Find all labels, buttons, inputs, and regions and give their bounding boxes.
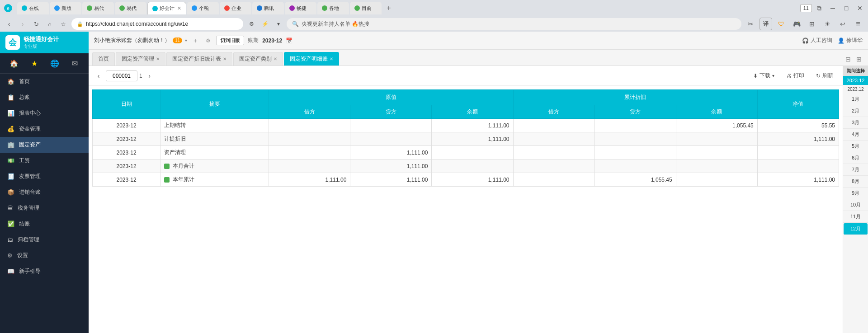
col-dep-credit: 贷方: [594, 105, 676, 119]
help-button[interactable]: 🎧 人工咨询: [802, 37, 832, 44]
tab-minimize-button[interactable]: ⊟: [843, 54, 854, 65]
tab-depreciation[interactable]: 固定资产折旧统计表 ✕: [166, 52, 232, 66]
browser-tab-t11[interactable]: 目前: [350, 2, 382, 14]
print-button[interactable]: 🖨 打印: [782, 70, 808, 82]
search-box[interactable]: 🔍 央视更新主持人名单 🔥热搜: [287, 18, 741, 30]
period-month-9[interactable]: 9月: [843, 188, 868, 199]
period-month-5[interactable]: 5月: [843, 141, 868, 152]
refresh-button[interactable]: ↻ 刷新: [812, 70, 837, 82]
cell-net-value: [757, 159, 839, 173]
sidebar-item-settings[interactable]: ⚙ 设置: [0, 248, 89, 263]
switch-version-button[interactable]: 切到旧版: [216, 36, 244, 45]
username-label: 徐译华: [846, 37, 863, 44]
undo-icon[interactable]: ↩: [836, 18, 849, 30]
browser-tab-t6[interactable]: 个税: [187, 2, 219, 14]
calendar-icon[interactable]: 📅: [286, 38, 292, 44]
sidebar-item-payroll[interactable]: 💵 工资: [0, 153, 89, 169]
period-month-1[interactable]: 1月: [843, 94, 868, 105]
sidebar-item-invoice[interactable]: 🧾 发票管理: [0, 169, 89, 184]
sidebar-item-tax[interactable]: 🏛 税务管理: [0, 200, 89, 216]
settings-button[interactable]: ⚙: [203, 36, 212, 45]
download-button[interactable]: ⬇ 下载 ▾: [749, 70, 778, 82]
sidebar-item-ledger[interactable]: 📋 总账: [0, 89, 89, 105]
period-month-8[interactable]: 8月: [843, 176, 868, 188]
user-button[interactable]: 👤 徐译华: [838, 37, 863, 44]
sun-icon[interactable]: ☀: [821, 18, 834, 30]
sidebar-item-reports[interactable]: 📊 报表中心: [0, 105, 89, 121]
period-selected-year[interactable]: 2023.12: [843, 76, 868, 85]
tab-category[interactable]: 固定资产类别 ✕: [233, 52, 283, 66]
tab-close-icon[interactable]: ✕: [223, 56, 226, 61]
more-button[interactable]: ≡: [852, 18, 864, 30]
browser-tab-t5[interactable]: 好会计 ✕: [147, 2, 186, 14]
period-month-11[interactable]: 11月: [843, 211, 868, 223]
tab-label: 腾讯: [264, 5, 274, 12]
browser-tab-t8[interactable]: 腾讯: [252, 2, 284, 14]
gamepad-icon[interactable]: 🎮: [790, 18, 803, 30]
bookmark-button[interactable]: ☆: [58, 19, 69, 29]
tab-close-icon[interactable]: ✕: [156, 56, 160, 61]
sidebar-item-guide[interactable]: 📖 新手引导: [0, 263, 89, 279]
browser-tab-t2[interactable]: 新版: [50, 2, 81, 14]
period-month-6[interactable]: 6月: [843, 152, 868, 164]
back-button[interactable]: ‹: [4, 19, 14, 29]
period-month-7[interactable]: 7月: [843, 164, 868, 176]
add-account-button[interactable]: +: [191, 36, 200, 45]
maximize-button[interactable]: □: [840, 2, 853, 14]
tab-expand-button[interactable]: ⊞: [854, 54, 864, 65]
sidebar-quick-action-3[interactable]: 🌐: [48, 57, 61, 70]
new-tab-button[interactable]: +: [382, 2, 395, 14]
sidebar-quick-action-1[interactable]: 🏠: [8, 57, 20, 70]
period-month-2[interactable]: 2月: [843, 105, 868, 117]
shield-icon[interactable]: 🛡: [775, 18, 788, 30]
address-field[interactable]: 🔒 https://cloud.chanjet.com/accounting/u…: [71, 18, 243, 30]
sidebar-item-inventory[interactable]: 📦 进销台账: [0, 184, 89, 200]
sidebar-item-archive[interactable]: 🗂 归档管理: [0, 232, 89, 248]
forward-button[interactable]: ›: [17, 19, 28, 29]
home-button[interactable]: ⌂: [44, 19, 55, 29]
tab-close-icon[interactable]: ✕: [177, 5, 181, 11]
cut-icon[interactable]: ✂: [744, 18, 757, 30]
period-month-10[interactable]: 10月: [843, 199, 868, 211]
col-orig-debit: 借方: [269, 105, 350, 119]
sidebar-quick-action-2[interactable]: ★: [28, 57, 41, 70]
tab-close-icon[interactable]: ✕: [274, 56, 277, 61]
sidebar-item-fixed-assets[interactable]: 🏢 固定资产: [0, 137, 89, 153]
tab-fixed-assets[interactable]: 固定资产管理 ✕: [116, 52, 165, 66]
browser-tab-t9[interactable]: 畅捷: [285, 2, 316, 14]
cell-orig-debit: 1,111.00: [269, 173, 350, 187]
sidebar-item-closing[interactable]: ✅ 结账: [0, 216, 89, 232]
period-month-4[interactable]: 4月: [843, 129, 868, 141]
restore-window-button[interactable]: ⧉: [813, 2, 826, 14]
account-name: 刘小艳演示账套（勿删勿动！）: [94, 37, 170, 44]
grid-icon[interactable]: ⊞: [806, 18, 818, 30]
page-number-input[interactable]: [106, 70, 137, 81]
period-month-3[interactable]: 3月: [843, 117, 868, 129]
account-selector[interactable]: 刘小艳演示账套（勿删勿动！） 11 ▾: [94, 37, 187, 44]
period-current-display: 2023.12: [843, 85, 868, 94]
tab-ledger[interactable]: 固定资产明细账 ✕: [284, 52, 339, 66]
tab-home[interactable]: 首页: [92, 52, 115, 66]
extension-icon[interactable]: ⚙: [246, 19, 257, 29]
minimize-button[interactable]: ─: [826, 2, 839, 14]
browser-tab-t10[interactable]: 各地: [317, 2, 349, 14]
user-icon: 👤: [838, 38, 844, 44]
next-page-button[interactable]: ›: [145, 71, 154, 80]
browser-tab-t1[interactable]: 在线: [17, 2, 49, 14]
browser-tab-t3[interactable]: 易代: [82, 2, 114, 14]
sidebar-quick-action-4[interactable]: ✉: [69, 57, 81, 70]
prev-page-button[interactable]: ‹: [94, 71, 103, 80]
tab-close-icon[interactable]: ✕: [330, 56, 333, 61]
sidebar-item-home[interactable]: 🏠 首页: [0, 74, 89, 89]
period-month-12[interactable]: 12月: [844, 223, 868, 235]
sidebar-item-funds[interactable]: 💰 资金管理: [0, 121, 89, 137]
flash-icon[interactable]: ⚡: [259, 19, 270, 29]
address-dropdown[interactable]: ▾: [273, 19, 284, 29]
cell-dep-balance: 1,055.45: [676, 119, 757, 132]
reload-button[interactable]: ↻: [31, 19, 42, 29]
close-window-button[interactable]: ✕: [854, 2, 866, 14]
browser-tab-t4[interactable]: 易代: [115, 2, 146, 14]
tab-label: 目前: [362, 5, 372, 12]
translate-icon[interactable]: 译: [760, 18, 772, 30]
browser-tab-t7[interactable]: 企业: [220, 2, 251, 14]
